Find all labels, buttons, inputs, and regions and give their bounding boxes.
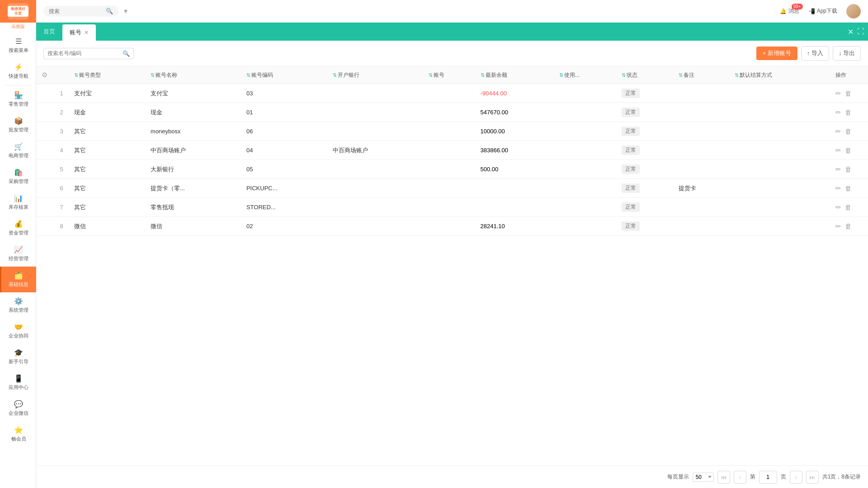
- edit-btn[interactable]: ✏: [835, 146, 841, 155]
- vip-icon: ⭐: [14, 426, 23, 434]
- edit-btn[interactable]: ✏: [835, 89, 841, 98]
- edit-btn[interactable]: ✏: [835, 222, 841, 230]
- import-button[interactable]: ↑ 导入: [801, 46, 829, 61]
- edit-btn[interactable]: ✏: [835, 165, 841, 174]
- col-usage[interactable]: ⇅使用...: [556, 66, 618, 84]
- row-name: 现金: [147, 103, 243, 122]
- message-badge: 99+: [792, 4, 803, 9]
- row-status: 正常: [618, 141, 675, 160]
- table-settings-icon[interactable]: ⚙: [42, 71, 47, 79]
- row-account: [425, 198, 477, 217]
- row-actions: ✏ 🗑: [832, 122, 868, 141]
- sidebar: 畅捷通好生意 乐惠版 ☰ 搜索菜单 ⚡ 快捷导航 🏪 零售管理 📦 批发管理 🛒…: [0, 0, 36, 488]
- edit-btn[interactable]: ✏: [835, 127, 841, 136]
- sidebar-item-retail-mgmt[interactable]: 🏪 零售管理: [0, 86, 36, 112]
- delete-btn[interactable]: 🗑: [845, 108, 852, 117]
- col-name[interactable]: ⇅账号名称: [147, 66, 243, 84]
- tab-home[interactable]: 首页: [36, 23, 62, 41]
- delete-btn[interactable]: 🗑: [845, 127, 852, 136]
- delete-btn[interactable]: 🗑: [845, 203, 852, 211]
- account-search-box[interactable]: 🔍: [43, 48, 134, 59]
- tab-account-close[interactable]: ✕: [84, 29, 89, 36]
- row-usage: [556, 141, 618, 160]
- row-bank: [329, 198, 425, 217]
- col-status[interactable]: ⇅状态: [618, 66, 675, 84]
- row-actions: ✏ 🗑: [832, 103, 868, 122]
- page-number-input[interactable]: 1: [759, 471, 777, 483]
- col-code[interactable]: ⇅账号编码: [243, 66, 329, 84]
- edit-btn[interactable]: ✏: [835, 184, 841, 192]
- add-account-button[interactable]: + 新增账号: [756, 47, 797, 60]
- system-mgmt-icon: ⚙️: [14, 297, 23, 305]
- quick-nav-icon: ⚡: [14, 63, 23, 71]
- sidebar-item-quick-nav[interactable]: ⚡ 快捷导航: [0, 58, 36, 84]
- sidebar-item-system-mgmt[interactable]: ⚙️ 系统管理: [0, 292, 36, 318]
- export-button[interactable]: ↓ 导出: [833, 46, 861, 61]
- col-remark[interactable]: ⇅备注: [675, 66, 731, 84]
- delete-btn[interactable]: 🗑: [845, 184, 852, 192]
- sidebar-item-purchase-mgmt[interactable]: 🛍️ 采购管理: [0, 164, 36, 189]
- row-num: 1: [52, 84, 71, 103]
- row-account: [425, 84, 477, 103]
- row-status: 正常: [618, 103, 675, 122]
- row-default-settle: [731, 179, 832, 198]
- inventory-icon: 📊: [14, 194, 23, 202]
- row-code: 04: [243, 141, 329, 160]
- col-default-settle[interactable]: ⇅默认结算方式: [731, 66, 832, 84]
- account-search-input[interactable]: [47, 50, 120, 56]
- topbar-expand-icon[interactable]: ▾: [124, 7, 127, 15]
- sidebar-item-vip[interactable]: ⭐ 畅会员: [0, 421, 36, 447]
- topbar-search-box[interactable]: 🔍: [43, 6, 118, 16]
- row-type: 其它: [71, 160, 147, 179]
- col-bank[interactable]: ⇅开户银行: [329, 66, 425, 84]
- topbar-app-download-btn[interactable]: 📲 App下载: [808, 7, 837, 15]
- user-avatar[interactable]: [846, 4, 861, 19]
- sidebar-item-basic-info[interactable]: 🗂️ 基础信息: [0, 267, 36, 292]
- row-usage: [556, 179, 618, 198]
- search-menu-icon: ☰: [15, 37, 22, 46]
- sidebar-item-enterprise-wechat[interactable]: 💬 企业微信: [0, 395, 36, 421]
- row-code: 05: [243, 160, 329, 179]
- col-num: [52, 66, 71, 84]
- account-table: ⚙ ⇅账号类型 ⇅账号名称 ⇅账号编码 ⇅开户银行 ⇅账号 ⇅最新余额 ⇅使用.…: [36, 66, 868, 236]
- row-gear: [36, 103, 52, 122]
- message-bell-icon: 🔔: [780, 8, 787, 14]
- topbar-message-btn[interactable]: 🔔 消息 99+: [780, 7, 799, 15]
- sidebar-item-app-center[interactable]: 📱 应用中心: [0, 370, 36, 395]
- sidebar-item-enterprise-agreement[interactable]: 🤝 企业协同: [0, 318, 36, 344]
- col-balance[interactable]: ⇅最新余额: [477, 66, 556, 84]
- delete-btn[interactable]: 🗑: [845, 89, 852, 98]
- tabbar-actions: ✕ ⛶: [848, 28, 868, 36]
- account-search-icon[interactable]: 🔍: [123, 50, 130, 57]
- sidebar-item-wholesale-mgmt[interactable]: 📦 批发管理: [0, 112, 36, 138]
- delete-btn[interactable]: 🗑: [845, 222, 852, 230]
- toolbar-right: + 新增账号 ↑ 导入 ↓ 导出: [756, 46, 861, 61]
- page-first-btn[interactable]: ⏮: [717, 471, 730, 483]
- row-actions: ✏ 🗑: [832, 141, 868, 160]
- edit-btn[interactable]: ✏: [835, 108, 841, 117]
- topbar-search-input[interactable]: [49, 8, 103, 14]
- row-num: 4: [52, 141, 71, 160]
- edit-btn[interactable]: ✏: [835, 203, 841, 211]
- row-type: 支付宝: [71, 84, 147, 103]
- tab-account[interactable]: 账号 ✕: [62, 24, 96, 41]
- page-size-select[interactable]: 50 100 200: [693, 473, 714, 482]
- col-account[interactable]: ⇅账号: [425, 66, 477, 84]
- sidebar-item-ecommerce-mgmt[interactable]: 🛒 电商管理: [0, 138, 36, 164]
- tab-close-all-btn[interactable]: ✕: [848, 28, 854, 36]
- sidebar-item-operation-mgmt[interactable]: 📈 经营管理: [0, 241, 36, 267]
- delete-btn[interactable]: 🗑: [845, 165, 852, 174]
- page-last-btn[interactable]: ⏭: [806, 471, 819, 483]
- col-actions: 操作: [832, 66, 868, 84]
- sidebar-item-search-menu[interactable]: ☰ 搜索菜单: [0, 33, 36, 58]
- row-balance: 28241.10: [477, 217, 556, 236]
- delete-btn[interactable]: 🗑: [845, 146, 852, 155]
- page-prev-btn[interactable]: ‹: [734, 471, 746, 483]
- page-next-btn[interactable]: ›: [790, 471, 802, 483]
- sidebar-item-inventory[interactable]: 📊 库存核算: [0, 189, 36, 215]
- sidebar-item-new-guide[interactable]: 🎓 新手引导: [0, 344, 36, 370]
- row-balance: 500.00: [477, 160, 556, 179]
- sidebar-item-finance-mgmt[interactable]: 💰 资金管理: [0, 215, 36, 241]
- tab-expand-btn[interactable]: ⛶: [857, 28, 864, 36]
- col-type[interactable]: ⇅账号类型: [71, 66, 147, 84]
